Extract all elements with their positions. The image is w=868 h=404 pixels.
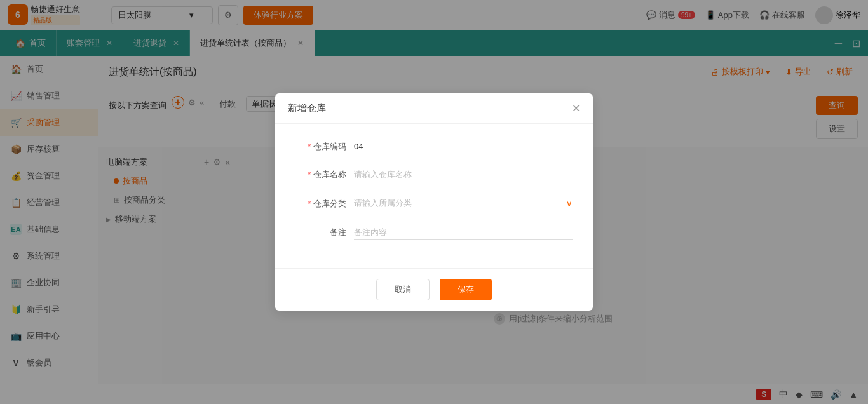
modal-close-button[interactable]: ✕ <box>572 102 580 114</box>
warehouse-category-label: 仓库分类 <box>295 198 346 210</box>
remarks-label: 备注 <box>295 227 346 238</box>
modal-overlay[interactable]: 新增仓库 ✕ 仓库编码 仓库名称 仓库分类 <box>0 0 868 404</box>
warehouse-name-label: 仓库名称 <box>295 169 346 180</box>
form-row-code: 仓库编码 <box>295 139 573 154</box>
modal-header: 新增仓库 ✕ <box>275 93 593 124</box>
warehouse-code-input[interactable] <box>354 139 573 154</box>
category-arrow-icon: ∨ <box>566 199 573 208</box>
warehouse-category-select[interactable]: 请输入所属分类 ∨ <box>354 195 573 212</box>
form-row-name: 仓库名称 <box>295 167 573 182</box>
add-warehouse-modal: 新增仓库 ✕ 仓库编码 仓库名称 仓库分类 <box>275 93 593 311</box>
save-button[interactable]: 保存 <box>440 279 492 300</box>
warehouse-code-label: 仓库编码 <box>295 141 346 152</box>
modal-title: 新增仓库 <box>288 102 326 114</box>
remarks-input[interactable] <box>354 225 573 240</box>
modal-footer: 取消 保存 <box>275 268 593 311</box>
cancel-button[interactable]: 取消 <box>376 279 430 300</box>
modal-body: 仓库编码 仓库名称 仓库分类 请输入所属分类 ∨ <box>275 124 593 268</box>
warehouse-name-input[interactable] <box>354 167 573 182</box>
form-row-category: 仓库分类 请输入所属分类 ∨ <box>295 195 573 212</box>
category-placeholder: 请输入所属分类 <box>354 198 412 209</box>
form-row-remarks: 备注 <box>295 225 573 240</box>
